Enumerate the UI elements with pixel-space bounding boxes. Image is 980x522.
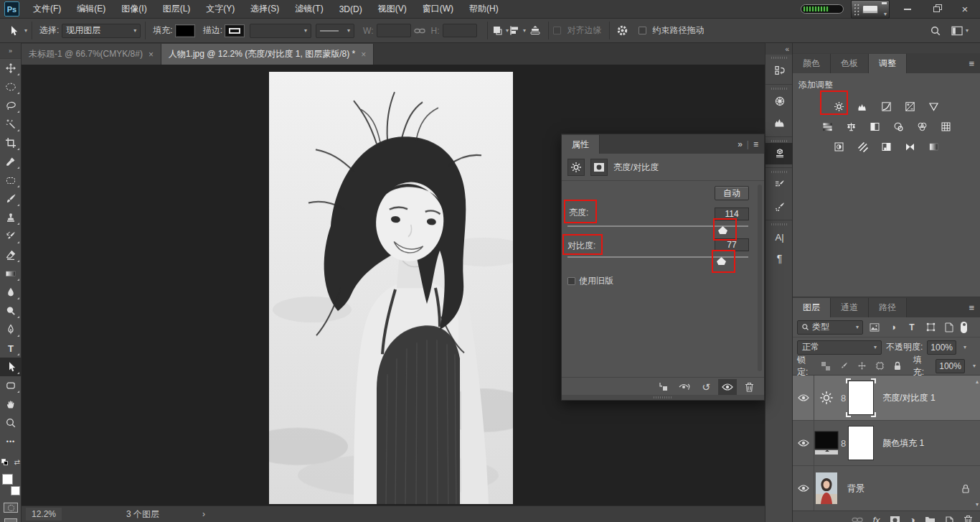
- lock-all-icon[interactable]: [891, 360, 904, 373]
- stroke-color-swatch[interactable]: [225, 25, 244, 37]
- path-selection-tool-button[interactable]: [0, 358, 22, 376]
- panel-resize-grip[interactable]: [562, 395, 764, 400]
- paragraph-panel-button[interactable]: ¶: [765, 248, 793, 269]
- link-dimensions-icon[interactable]: [411, 23, 428, 39]
- dock-collapse-button[interactable]: «: [765, 43, 792, 55]
- link-layers-icon[interactable]: [852, 516, 863, 522]
- gradient-tool-button[interactable]: [0, 264, 22, 283]
- zoom-tool-button[interactable]: [0, 414, 22, 432]
- layer-filter-toggle[interactable]: [961, 322, 967, 333]
- toolbar-collapse-button[interactable]: »: [0, 43, 21, 59]
- reset-icon[interactable]: ↺: [697, 379, 715, 395]
- filter-shape-layers-icon[interactable]: [923, 321, 938, 334]
- new-group-icon[interactable]: [925, 516, 936, 522]
- clip-to-layer-icon[interactable]: [654, 379, 672, 395]
- posterize-adjustment-button[interactable]: [854, 139, 872, 154]
- crop-tool-button[interactable]: [0, 134, 22, 152]
- view-previous-state-icon[interactable]: [675, 379, 694, 395]
- menu-image[interactable]: 图像(I): [113, 0, 154, 19]
- select-mode-dropdown[interactable]: 现用图层 ▾: [62, 24, 141, 38]
- constrain-path-checkbox[interactable]: [639, 27, 646, 34]
- eyedropper-tool-button[interactable]: [0, 152, 22, 171]
- layer-visibility-toggle[interactable]: [793, 421, 814, 465]
- menu-3d[interactable]: 3D(D): [331, 0, 370, 19]
- tab-paths[interactable]: 路径: [869, 298, 907, 317]
- vibrance-adjustment-button[interactable]: [925, 98, 943, 114]
- path-operations-icon[interactable]: ▾: [492, 23, 509, 39]
- filter-adjustment-layers-icon[interactable]: ◑: [886, 321, 900, 334]
- search-icon[interactable]: [927, 23, 944, 39]
- layer-mask-link-icon[interactable]: 8: [841, 438, 846, 449]
- panel-menu-icon[interactable]: ≡: [753, 139, 758, 149]
- path-arrangement-icon[interactable]: [527, 23, 544, 39]
- black-white-adjustment-button[interactable]: [866, 118, 883, 134]
- lock-transparency-icon[interactable]: [819, 360, 832, 373]
- layer-row-color-fill[interactable]: 8 颜色填充 1: [793, 421, 980, 466]
- menu-filter[interactable]: 滤镜(T): [287, 0, 331, 19]
- menu-window[interactable]: 窗口(W): [415, 0, 461, 19]
- window-close-button[interactable]: ×: [954, 2, 976, 17]
- layer-name[interactable]: 背景: [847, 483, 864, 495]
- layer-mask-thumbnail[interactable]: [848, 426, 874, 460]
- tab-color[interactable]: 颜色: [793, 54, 831, 73]
- marquee-tool-button[interactable]: [0, 78, 22, 96]
- tab-channels[interactable]: 通道: [831, 298, 869, 317]
- brush-panel-button[interactable]: [765, 195, 793, 217]
- fill-layer-thumbnail[interactable]: [814, 431, 839, 455]
- blend-mode-dropdown[interactable]: 正常 ▾: [797, 340, 882, 355]
- background-layer-thumbnail[interactable]: [814, 476, 839, 500]
- color-balance-adjustment-button[interactable]: [842, 118, 859, 134]
- fill-field[interactable]: 100%: [936, 359, 965, 373]
- properties-scrollbar[interactable]: [758, 185, 762, 371]
- auto-button[interactable]: 自动: [715, 186, 749, 200]
- tab-adjustments[interactable]: 调整: [869, 54, 907, 73]
- menu-edit[interactable]: 编辑(E): [69, 0, 113, 19]
- new-layer-icon[interactable]: [945, 516, 954, 522]
- lasso-tool-button[interactable]: [0, 96, 22, 115]
- tool-preset-chevron-icon[interactable]: ▾: [24, 27, 27, 34]
- adjustment-layer-thumbnail[interactable]: [814, 386, 839, 410]
- blur-tool-button[interactable]: [0, 283, 22, 302]
- clone-stamp-tool-button[interactable]: [0, 208, 22, 227]
- lock-artboard-icon[interactable]: [873, 360, 886, 373]
- menu-help[interactable]: 帮助(H): [461, 0, 507, 19]
- shape-tool-button[interactable]: [0, 376, 22, 395]
- more-tools-button[interactable]: •••: [0, 432, 22, 451]
- layer-visibility-toggle[interactable]: [793, 376, 814, 420]
- document-tab-portrait[interactable]: 人物1.jpg @ 12.2% (亮度/对比度 1, 图层蒙版/8) * ×: [161, 44, 374, 65]
- gradient-map-adjustment-button[interactable]: [902, 139, 919, 154]
- window-minimize-button[interactable]: [897, 2, 918, 17]
- foreground-background-swatches[interactable]: [2, 474, 21, 495]
- healing-tool-button[interactable]: [0, 171, 22, 190]
- curves-adjustment-button[interactable]: [878, 98, 895, 114]
- levels-adjustment-button[interactable]: [854, 98, 872, 114]
- magic-wand-tool-button[interactable]: [0, 115, 22, 134]
- menu-select[interactable]: 选择(S): [242, 0, 287, 19]
- hand-tool-button[interactable]: [0, 395, 22, 414]
- foreground-color-swatch[interactable]: [2, 474, 13, 485]
- brush-presets-panel-button[interactable]: [765, 174, 793, 195]
- type-tool-button[interactable]: T: [0, 339, 22, 358]
- workspace-switcher-icon[interactable]: ▾: [951, 23, 969, 39]
- swap-colors-icon[interactable]: ⇄: [14, 458, 20, 466]
- invert-adjustment-button[interactable]: [831, 139, 848, 154]
- hue-saturation-adjustment-button[interactable]: [819, 118, 836, 134]
- panel-menu-icon[interactable]: ≡: [963, 58, 980, 69]
- mask-icon[interactable]: [590, 159, 608, 176]
- tab-properties[interactable]: 属性: [562, 135, 600, 154]
- layer-filter-type-dropdown[interactable]: 类型 ▾: [797, 320, 863, 335]
- add-layer-mask-icon[interactable]: [890, 516, 900, 522]
- fill-color-swatch[interactable]: [176, 25, 194, 37]
- filter-smart-object-layers-icon[interactable]: [942, 321, 956, 334]
- menu-type[interactable]: 文字(Y): [198, 0, 242, 19]
- delete-adjustment-icon[interactable]: [740, 379, 758, 395]
- channel-mixer-adjustment-button[interactable]: [913, 118, 930, 134]
- status-arrow-button[interactable]: ›: [202, 509, 205, 519]
- layer-mask-thumbnail[interactable]: [848, 381, 874, 415]
- histogram-panel-button[interactable]: [765, 112, 793, 134]
- input-method-widget[interactable]: ▾: [851, 0, 890, 19]
- opacity-chevron-icon[interactable]: ▾: [963, 344, 966, 350]
- document-tab-untitled[interactable]: 未标题-1 @ 66.7%(CMYK/8#) ×: [22, 44, 161, 65]
- new-adjustment-layer-icon[interactable]: ◑: [910, 514, 915, 522]
- fill-chevron-icon[interactable]: ▾: [973, 363, 976, 369]
